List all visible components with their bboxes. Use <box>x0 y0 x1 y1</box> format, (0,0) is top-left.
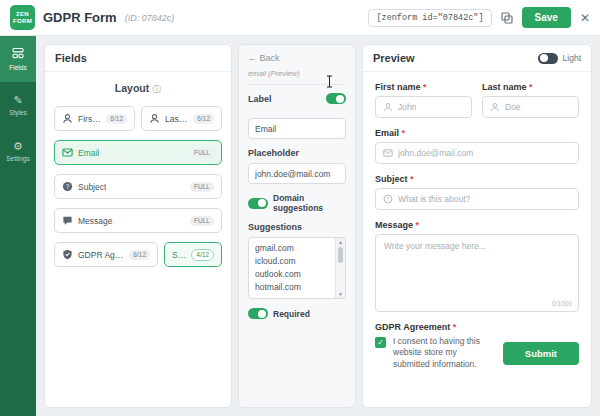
field-chip-first-name[interactable]: First name 6/12 <box>54 106 135 131</box>
top-bar-actions: [zenform id="07842c"] Save ✕ <box>368 7 590 28</box>
sidebar-item-label: Fields <box>9 64 26 71</box>
field-chip-label: First name <box>78 114 101 124</box>
save-button[interactable]: Save <box>522 7 571 28</box>
back-link[interactable]: ← Back <box>248 53 280 63</box>
person-icon <box>383 102 393 112</box>
required-label: Required <box>273 309 310 319</box>
scroll-down-icon[interactable]: ▼ <box>338 291 343 297</box>
person-icon <box>490 102 500 112</box>
scroll-thumb[interactable] <box>338 247 343 263</box>
fields-panel: Fields Layout ⓘ First name 6/12 <box>44 44 232 408</box>
field-chip-last-name[interactable]: Last name 6/12 <box>141 106 222 131</box>
domain-suggestions-row: Domain suggestions <box>248 193 346 213</box>
suggestions-listbox[interactable]: gmail.com icloud.com outlook.com hotmail… <box>248 237 346 299</box>
message-icon <box>62 215 73 226</box>
width-badge: FULL <box>190 148 214 158</box>
gdpr-checkbox[interactable]: ✓ <box>375 337 386 348</box>
layout-title: Layout ⓘ <box>54 82 222 96</box>
consent-text: I consent to having this website store m… <box>393 336 496 370</box>
styles-icon: ✎ <box>13 95 22 106</box>
field-chip-gdpr[interactable]: GDPR Agreement 8/12 <box>54 242 158 267</box>
svg-text:?: ? <box>66 183 70 190</box>
required-marker: * <box>529 82 533 92</box>
required-marker: * <box>453 322 457 332</box>
mail-icon <box>383 148 393 158</box>
svg-text:?: ? <box>386 196 389 202</box>
label-input[interactable] <box>248 118 346 139</box>
app-logo: ZEN FORM <box>10 5 35 30</box>
last-name-placeholder: Doe <box>505 102 521 112</box>
fields-layout: Layout ⓘ First name 6/12 <box>45 72 231 286</box>
gdpr-consent-row: ✓ I consent to having this website store… <box>375 336 579 370</box>
required-toggle[interactable] <box>248 308 268 319</box>
placeholder-input[interactable] <box>248 163 346 184</box>
sidebar-item-label: Settings <box>6 155 30 162</box>
preview-title: Preview <box>373 52 415 64</box>
shortcode-chip: [zenform id="07842c"] <box>368 9 491 27</box>
text-cursor <box>326 75 333 88</box>
email-placeholder: john.doe@mail.com <box>398 148 473 158</box>
person-icon <box>149 113 160 124</box>
content: Fields Layout ⓘ First name 6/12 <box>36 36 600 416</box>
label-toggle[interactable] <box>326 93 346 104</box>
toggle-knob <box>258 310 266 318</box>
field-chip-email[interactable]: Email FULL <box>54 140 222 165</box>
required-marker: * <box>402 128 406 138</box>
last-name-field[interactable]: Doe <box>482 96 579 118</box>
char-counter: 0/1000 <box>552 300 572 307</box>
field-row-names: First name 6/12 Last name 6/12 <box>54 106 222 140</box>
info-icon: ⓘ <box>152 84 161 94</box>
field-chip-label: GDPR Agreement <box>78 250 124 260</box>
first-name-field[interactable]: John <box>375 96 472 118</box>
sidebar-item-label: Styles <box>9 109 27 116</box>
suggestion-item[interactable]: icloud.com <box>249 254 335 267</box>
suggestion-item[interactable]: gmail.com <box>249 241 335 254</box>
subject-field[interactable]: ? What is this about? <box>375 188 579 210</box>
check-icon: ✓ <box>377 338 384 347</box>
required-row: Required <box>248 308 346 319</box>
required-marker: * <box>416 220 420 230</box>
field-chip-message[interactable]: Message FULL <box>54 208 222 233</box>
scrollbar[interactable]: ▲ ▼ <box>335 238 345 298</box>
domain-suggestions-toggle[interactable] <box>248 198 268 209</box>
width-badge: 4/12 <box>191 249 214 261</box>
first-name-placeholder: John <box>398 102 416 112</box>
name-fields-row: First name * John Last name <box>375 82 579 128</box>
required-marker: * <box>410 174 414 184</box>
settings-icon: ⚙ <box>13 141 23 152</box>
close-icon[interactable]: ✕ <box>580 12 590 24</box>
field-chip-label: Email <box>78 148 99 158</box>
person-icon <box>62 113 73 124</box>
last-name-group: Last name * Doe <box>482 82 579 118</box>
copy-icon[interactable] <box>501 12 513 24</box>
preview-form: First name * John Last name <box>363 72 591 390</box>
toggle-knob <box>258 199 266 207</box>
field-chip-subject[interactable]: ? Subject FULL <box>54 174 222 199</box>
fields-icon <box>12 47 24 61</box>
sidebar-item-settings[interactable]: ⚙ Settings <box>0 128 36 174</box>
width-badge: 6/12 <box>106 114 127 124</box>
sidebar-item-styles[interactable]: ✎ Styles <box>0 82 36 128</box>
label-toggle-row: Label <box>248 93 346 104</box>
email-label: Email * <box>375 128 579 138</box>
scroll-up-icon[interactable]: ▲ <box>338 239 343 245</box>
field-row-gdpr-submit: GDPR Agreement 8/12 Submit 4/12 <box>54 242 222 276</box>
width-badge: 8/12 <box>129 250 150 260</box>
first-name-label: First name * <box>375 82 472 92</box>
sidebar-item-fields[interactable]: Fields <box>0 36 36 82</box>
suggestion-item[interactable]: hotmail.com <box>249 280 335 293</box>
subject-placeholder: What is this about? <box>398 194 470 204</box>
gdpr-label: GDPR Agreement * <box>375 322 579 332</box>
submit-button[interactable]: Submit <box>503 342 579 365</box>
field-chip-label: Message <box>78 216 113 226</box>
width-badge: 6/12 <box>193 114 214 124</box>
field-chip-submit[interactable]: Submit 4/12 <box>164 242 222 267</box>
required-marker: * <box>423 82 427 92</box>
theme-switch: Light <box>538 53 581 64</box>
theme-toggle[interactable] <box>538 53 558 64</box>
suggestion-item[interactable]: outlook.com <box>249 267 335 280</box>
message-field[interactable]: Write your message here... 0/1000 <box>375 234 579 312</box>
subject-group: Subject * ? What is this about? <box>375 174 579 210</box>
placeholder-section-title: Placeholder <box>248 148 346 158</box>
email-field[interactable]: john.doe@mail.com <box>375 142 579 164</box>
